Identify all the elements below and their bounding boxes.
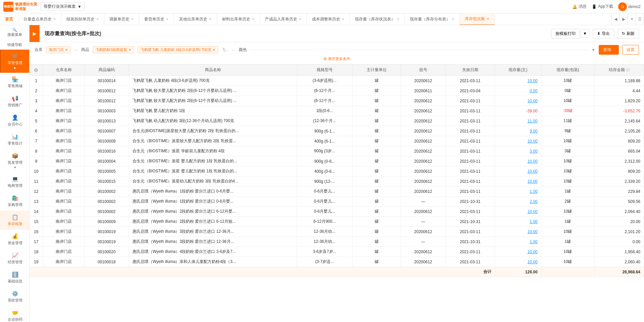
cell-amount: 2,060.40 bbox=[594, 257, 644, 267]
color-input-area[interactable] bbox=[250, 50, 588, 50]
close-icon[interactable]: ✕ bbox=[131, 17, 134, 21]
cell-qty-main[interactable]: 10.00 bbox=[495, 96, 541, 106]
tab-next-btn[interactable]: ▶ bbox=[620, 13, 628, 25]
nav-tab-2[interactable]: 组装拆卸单历史 ✕ bbox=[61, 13, 104, 25]
close-icon[interactable]: ✕ bbox=[252, 17, 255, 21]
sidebar-item-wholesale[interactable]: 📦 批发管理 ▼ bbox=[0, 149, 29, 172]
sidebar-item-ecommerce[interactable]: 💻 电商管理 bbox=[0, 172, 29, 192]
close-icon[interactable]: ✕ bbox=[96, 17, 99, 21]
print-btn[interactable]: 按模板打印 bbox=[551, 29, 580, 39]
settings-btn[interactable]: 设置 bbox=[622, 45, 639, 55]
cell-qty-main[interactable]: 10.00 bbox=[495, 76, 541, 86]
nav-tab-6[interactable]: 材料出库单历史 ✕ bbox=[217, 13, 260, 25]
warehouse-more-btn[interactable]: ··· bbox=[74, 47, 78, 52]
close-icon[interactable]: ✕ bbox=[397, 17, 399, 21]
cell-qty-main[interactable]: 10.00 bbox=[495, 247, 541, 257]
cell-qty-main[interactable]: 1.00 bbox=[495, 237, 541, 247]
th-warehouse: 仓库名称 bbox=[43, 64, 84, 76]
sidebar-item-retail-mall[interactable]: 🏪 零售商城 bbox=[0, 73, 29, 92]
sidebar-item-basic-info[interactable]: ℹ️ 基础信息 bbox=[0, 268, 29, 287]
product-more-btn[interactable]: ··· bbox=[232, 47, 235, 52]
sidebar-item-system[interactable]: ⚙️ 系统管理 bbox=[0, 287, 29, 306]
warehouse-tag[interactable]: 南岸门店 ✕ bbox=[46, 46, 71, 53]
sidebar-item-retail-mgmt[interactable]: 🛒 零售管理 ▶ bbox=[0, 50, 29, 73]
cell-name: 合生元(BIOSTIME)派星较大婴儿配方奶粉 2段 乳铁蛋白的... bbox=[129, 126, 297, 136]
nav-tab-home[interactable]: 首页 bbox=[0, 13, 18, 25]
product-tag-1[interactable]: 飞鹤奶粉3段两提装 ✕ bbox=[93, 46, 134, 53]
app-download-btn[interactable]: 📱 App下载 bbox=[592, 4, 613, 9]
cell-qty-main[interactable]: 3.00 bbox=[495, 146, 541, 156]
cell-qty-main[interactable]: 10.00 bbox=[495, 257, 541, 267]
nav-tab-7[interactable]: 产成品入库单历史 ✕ bbox=[260, 13, 307, 25]
cell-batch: 20200612 bbox=[401, 247, 445, 257]
sidebar-item-operations[interactable]: 📈 经营管理 bbox=[0, 249, 29, 268]
product-remove-icon-1[interactable]: ✕ bbox=[128, 48, 131, 52]
nav-tab-8[interactable]: 成本调整单历史 ✕ bbox=[307, 13, 350, 25]
sidebar-quick-nav[interactable]: 快捷导航 bbox=[0, 40, 29, 50]
nav-tab-active[interactable]: 库存批次账 ✕ bbox=[460, 13, 495, 25]
close-icon[interactable]: ✕ bbox=[452, 17, 454, 21]
sidebar-item-inventory[interactable]: 📋 库存核算 bbox=[0, 211, 29, 230]
expand-conditions-btn[interactable]: ⊞ 展开更多条件 bbox=[35, 56, 639, 61]
nav-tab-10[interactable]: 现存量（库存分布表） ✕ bbox=[405, 13, 460, 25]
cell-qty-main[interactable]: 10.00 bbox=[495, 136, 541, 146]
sidebar-item-finance[interactable]: 💰 资金管理 bbox=[0, 230, 29, 249]
export-btn[interactable]: ⬇ 导出 bbox=[593, 29, 614, 39]
cell-qty-main[interactable]: 9.00 bbox=[495, 126, 541, 136]
product-remove-icon-2[interactable]: ✕ bbox=[213, 48, 215, 52]
cell-qty-main[interactable]: 0.00 bbox=[495, 86, 541, 96]
amount-info-icon[interactable]: ⓘ bbox=[626, 68, 630, 72]
search-btn[interactable]: 查询 bbox=[599, 45, 619, 55]
nav-tab-9[interactable]: 现存量（库存状况表） ✕ bbox=[350, 13, 405, 25]
user-avatar[interactable]: D demo2 bbox=[618, 2, 641, 11]
sidebar-toggle-btn[interactable]: ▶ bbox=[30, 25, 40, 42]
cell-expire: 2021-03-11 bbox=[445, 96, 495, 106]
cell-name: 飞鹤星飞帆 较大婴儿配方奶粉 2段(6-12个月婴幼儿适用) ... bbox=[129, 86, 297, 96]
close-icon[interactable]: ✕ bbox=[342, 17, 344, 21]
cell-expire: 2021-03-11 bbox=[445, 227, 495, 237]
cell-batch: 20200612 bbox=[401, 227, 445, 237]
message-btn[interactable]: 🔔 消息 bbox=[572, 4, 587, 9]
cell-qty-main[interactable]: 11.00 bbox=[495, 116, 541, 126]
cell-code: 00100008 bbox=[84, 136, 129, 146]
account-dropdown[interactable]: 母婴行业演示账套 ▼ bbox=[41, 2, 85, 11]
cell-qty-main[interactable]: 2.00 bbox=[495, 197, 541, 207]
product-tag-2[interactable]: 飞鹤星飞帆 儿童奶粉 4段(3-6岁适用) 700克 ✕ bbox=[138, 46, 218, 53]
sidebar-item-marketing[interactable]: 📢 营销推广 bbox=[0, 92, 29, 111]
th-settings[interactable]: ⚙ bbox=[30, 64, 43, 76]
print-dropdown-btn[interactable]: ▼ bbox=[581, 29, 589, 38]
sidebar-search[interactable]: 🔍 搜索菜单 bbox=[0, 25, 29, 40]
nav-tab-4[interactable]: 要货单历史 ✕ bbox=[139, 13, 174, 25]
cell-qty-main[interactable]: 1.00 bbox=[495, 217, 541, 227]
cell-qty-main[interactable]: 10.00 bbox=[495, 207, 541, 217]
th-unit: 主计量单位 bbox=[352, 64, 401, 76]
sidebar-item-member[interactable]: 👤 会员中心 bbox=[0, 111, 29, 130]
tab-prev-btn[interactable]: ◀ bbox=[612, 13, 620, 25]
close-icon[interactable]: ✕ bbox=[299, 17, 302, 21]
sidebar-item-collab[interactable]: 🤝 企业协同 bbox=[0, 306, 29, 322]
table-row: 15 南岸门店 00100009 惠氏启璞（Wyeth illuma）2段奶粉 … bbox=[30, 217, 644, 227]
cell-qty-main[interactable]: 10.00 bbox=[495, 176, 541, 186]
color-dropdown-btn[interactable]: ▼ bbox=[591, 48, 595, 52]
cell-name: 惠氏启璞（Wyeth illuma）4段奶粉 爱尔兰进口 3-6岁及7... bbox=[129, 247, 297, 257]
sidebar-item-purchase[interactable]: 🛍️ 采购管理 bbox=[0, 192, 29, 211]
nav-tab-3[interactable]: 调拨单历史 ✕ bbox=[104, 13, 139, 25]
cell-amount: 1,958.40 bbox=[594, 247, 644, 257]
nav-tab-5[interactable]: 其他出库单历史 ✕ bbox=[174, 13, 217, 25]
close-icon[interactable]: ✕ bbox=[209, 17, 212, 21]
nav-tab-1[interactable]: 分量盘点单历史 ✕ bbox=[18, 13, 61, 25]
cell-qty-main[interactable]: 10.00 bbox=[495, 227, 541, 237]
tab-menu-btn[interactable]: ☰ bbox=[636, 13, 644, 25]
tab-close-btn[interactable]: ✕ bbox=[628, 13, 636, 25]
table-settings-icon[interactable]: ⚙ bbox=[34, 67, 38, 73]
close-icon[interactable]: ✕ bbox=[166, 17, 169, 21]
cell-qty-main[interactable]: 1.00 bbox=[495, 186, 541, 197]
close-icon[interactable]: ✕ bbox=[487, 17, 489, 20]
warehouse-remove-icon[interactable]: ✕ bbox=[65, 48, 68, 52]
sidebar-item-retail-stats[interactable]: 📊 零售统计 bbox=[0, 130, 29, 149]
cell-qty-main[interactable]: 10.00 bbox=[495, 166, 541, 176]
cell-qty-main[interactable]: 10.00 bbox=[495, 156, 541, 166]
close-icon[interactable]: ✕ bbox=[53, 17, 56, 21]
th-batch: 批号 bbox=[401, 64, 445, 76]
refresh-btn[interactable]: ↻ 刷新 bbox=[618, 29, 639, 39]
